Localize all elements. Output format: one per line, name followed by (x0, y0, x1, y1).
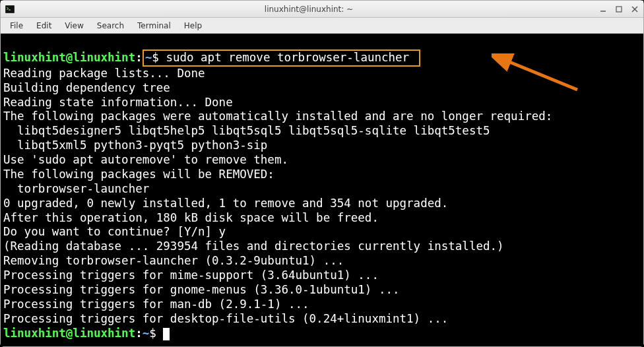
output-line: After this operation, 180 kB disk space … (3, 211, 379, 224)
output-line: libqt5designer5 libqt5help5 libqt5sql5 l… (3, 124, 490, 137)
output-line: Processing triggers for desktop-file-uti… (3, 312, 448, 325)
titlebar[interactable]: linuxhint@linuxhint: ~ (1, 1, 643, 18)
output-line: The following packages will be REMOVED: (3, 168, 274, 181)
output-line: torbrowser-launcher (3, 182, 149, 195)
output-line: Removing torbrowser-launcher (0.3.2-9ubu… (3, 254, 344, 267)
menu-edit[interactable]: Edit (30, 20, 58, 32)
prompt-user-2: linuxhint@linuxhint (3, 327, 135, 340)
output-line: Processing triggers for man-db (2.9.1-1)… (3, 298, 309, 311)
command-highlight: ~$ sudo apt remove torbrowser-launcher (143, 49, 420, 67)
menubar: File Edit View Search Terminal Help (1, 18, 643, 34)
close-button[interactable] (630, 5, 639, 14)
output-line: The following packages were automaticall… (3, 110, 552, 123)
menu-help[interactable]: Help (177, 20, 209, 32)
output-line: (Reading database ... 293954 files and d… (3, 239, 504, 253)
window-title: linuxhint@linuxhint: ~ (19, 5, 598, 14)
cursor (163, 328, 170, 340)
output-line: Do you want to continue? [Y/n] y (3, 225, 226, 238)
svg-rect-4 (616, 7, 622, 12)
prompt-colon-2: : (135, 327, 143, 340)
output-line: Building dependency tree (3, 81, 170, 94)
maximize-button[interactable] (614, 5, 624, 14)
output-line: Reading state information... Done (3, 96, 233, 109)
menu-file[interactable]: File (3, 20, 30, 32)
output-line: 0 upgraded, 0 newly installed, 1 to remo… (3, 197, 448, 210)
output-line: Processing triggers for gnome-menus (3.3… (3, 283, 400, 296)
prompt-colon: : (135, 51, 143, 64)
command-text: sudo apt remove torbrowser-launcher (166, 51, 409, 64)
prompt-symbol-2: $ (149, 327, 156, 340)
terminal-area[interactable]: linuxhint@linuxhint:~$ sudo apt remove t… (1, 34, 643, 346)
terminal-window: linuxhint@linuxhint: ~ File Edit View Se… (0, 0, 644, 347)
minimize-button[interactable] (598, 5, 608, 14)
menu-terminal[interactable]: Terminal (131, 20, 177, 32)
prompt-symbol: $ (152, 51, 159, 64)
terminal-icon (5, 4, 15, 15)
arrow-annotation (492, 53, 584, 100)
menu-view[interactable]: View (58, 20, 90, 32)
menu-search[interactable]: Search (90, 20, 131, 32)
output-line: Processing triggers for mime-support (3.… (3, 268, 379, 282)
svg-line-7 (505, 60, 577, 90)
window-controls (598, 5, 639, 14)
prompt-path: ~ (145, 51, 152, 64)
output-line: Use 'sudo apt autoremove' to remove them… (3, 153, 288, 166)
prompt-path-2: ~ (143, 327, 150, 340)
output-line: Reading package lists... Done (3, 67, 205, 80)
output-line: libqt5xml5 python3-pyqt5 python3-sip (3, 139, 267, 152)
prompt-user: linuxhint@linuxhint (3, 51, 135, 64)
